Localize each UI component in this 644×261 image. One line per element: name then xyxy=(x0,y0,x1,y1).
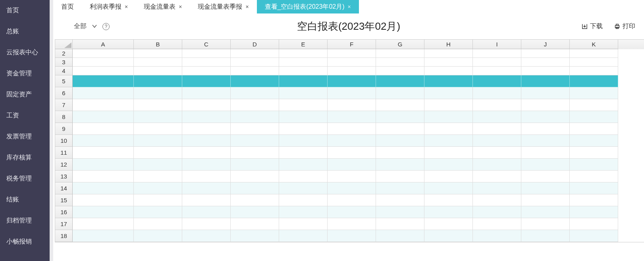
cell[interactable] xyxy=(328,67,376,75)
cell[interactable] xyxy=(328,171,376,182)
cell[interactable] xyxy=(134,58,182,67)
cell[interactable] xyxy=(134,111,182,123)
cell[interactable] xyxy=(73,75,134,87)
cell[interactable] xyxy=(570,135,618,147)
cell[interactable] xyxy=(231,123,279,135)
cell[interactable] xyxy=(182,58,231,67)
cell[interactable] xyxy=(182,171,231,182)
cell[interactable] xyxy=(570,58,618,67)
cell[interactable] xyxy=(73,218,134,230)
cell[interactable] xyxy=(134,87,182,99)
row-header[interactable]: 6 xyxy=(55,87,73,99)
sidebar-item-invoice[interactable]: 发票管理 xyxy=(0,126,50,147)
cell[interactable] xyxy=(570,182,618,194)
cell[interactable] xyxy=(231,182,279,194)
cell[interactable] xyxy=(376,182,424,194)
cell[interactable] xyxy=(473,230,521,242)
cell[interactable] xyxy=(570,206,618,218)
cell[interactable] xyxy=(376,111,424,123)
cell[interactable] xyxy=(376,218,424,230)
cell[interactable] xyxy=(570,218,618,230)
cell[interactable] xyxy=(134,159,182,171)
cell[interactable] xyxy=(182,206,231,218)
cell[interactable] xyxy=(521,171,570,182)
cell[interactable] xyxy=(134,123,182,135)
row-header[interactable]: 9 xyxy=(55,123,73,135)
row-header[interactable]: 5 xyxy=(55,75,73,87)
select-all-corner[interactable] xyxy=(55,40,73,49)
cell[interactable] xyxy=(521,159,570,171)
cell[interactable] xyxy=(521,111,570,123)
cell[interactable] xyxy=(424,218,473,230)
close-icon[interactable]: × xyxy=(348,4,351,10)
cell[interactable] xyxy=(424,194,473,206)
cell[interactable] xyxy=(473,147,521,159)
cell[interactable] xyxy=(182,123,231,135)
cell[interactable] xyxy=(570,111,618,123)
cell[interactable] xyxy=(134,99,182,111)
row-header[interactable]: 15 xyxy=(55,194,73,206)
column-header[interactable]: C xyxy=(182,40,231,49)
cell[interactable] xyxy=(231,218,279,230)
cell[interactable] xyxy=(231,75,279,87)
cell[interactable] xyxy=(279,49,328,58)
cell[interactable] xyxy=(521,87,570,99)
tab-cashflow-quarterly[interactable]: 现金流量表季报 × xyxy=(190,0,256,13)
cell[interactable] xyxy=(570,75,618,87)
cell[interactable] xyxy=(279,87,328,99)
cell[interactable] xyxy=(424,159,473,171)
row-header[interactable]: 8 xyxy=(55,111,73,123)
cell[interactable] xyxy=(570,194,618,206)
cell[interactable] xyxy=(231,147,279,159)
cell[interactable] xyxy=(279,206,328,218)
cell[interactable] xyxy=(424,230,473,242)
cell[interactable] xyxy=(570,67,618,75)
cell[interactable] xyxy=(521,67,570,75)
cell[interactable] xyxy=(521,75,570,87)
cell[interactable] xyxy=(521,99,570,111)
column-header[interactable]: E xyxy=(279,40,328,49)
cell[interactable] xyxy=(570,147,618,159)
cell[interactable] xyxy=(279,171,328,182)
cell[interactable] xyxy=(231,171,279,182)
cell[interactable] xyxy=(279,135,328,147)
cell[interactable] xyxy=(521,147,570,159)
cell[interactable] xyxy=(521,135,570,147)
cell[interactable] xyxy=(279,194,328,206)
cell[interactable] xyxy=(424,99,473,111)
cell[interactable] xyxy=(279,111,328,123)
cell[interactable] xyxy=(376,230,424,242)
cell[interactable] xyxy=(328,135,376,147)
cell[interactable] xyxy=(231,111,279,123)
close-icon[interactable]: × xyxy=(125,4,128,10)
row-header[interactable]: 12 xyxy=(55,159,73,171)
tab-home[interactable]: 首页 xyxy=(53,0,82,13)
cell[interactable] xyxy=(376,49,424,58)
cell[interactable] xyxy=(134,230,182,242)
cell[interactable] xyxy=(279,99,328,111)
cell[interactable] xyxy=(328,218,376,230)
cell[interactable] xyxy=(231,206,279,218)
row-header[interactable]: 17 xyxy=(55,218,73,230)
cell[interactable] xyxy=(376,99,424,111)
cell[interactable] xyxy=(473,49,521,58)
cell[interactable] xyxy=(473,123,521,135)
cell[interactable] xyxy=(376,206,424,218)
cell[interactable] xyxy=(279,182,328,194)
cell[interactable] xyxy=(182,194,231,206)
cell[interactable] xyxy=(376,58,424,67)
cell[interactable] xyxy=(376,123,424,135)
row-header[interactable]: 14 xyxy=(55,182,73,194)
cell[interactable] xyxy=(328,111,376,123)
cell[interactable] xyxy=(134,182,182,194)
cell[interactable] xyxy=(73,182,134,194)
cell[interactable] xyxy=(231,87,279,99)
row-header[interactable]: 13 xyxy=(55,171,73,182)
cell[interactable] xyxy=(376,75,424,87)
cell[interactable] xyxy=(134,135,182,147)
tab-profit-quarterly[interactable]: 利润表季报 × xyxy=(82,0,136,13)
row-header[interactable]: 2 xyxy=(55,49,73,58)
cell[interactable] xyxy=(424,111,473,123)
sidebar-item-closing[interactable]: 结账 xyxy=(0,189,50,210)
cell[interactable] xyxy=(376,194,424,206)
